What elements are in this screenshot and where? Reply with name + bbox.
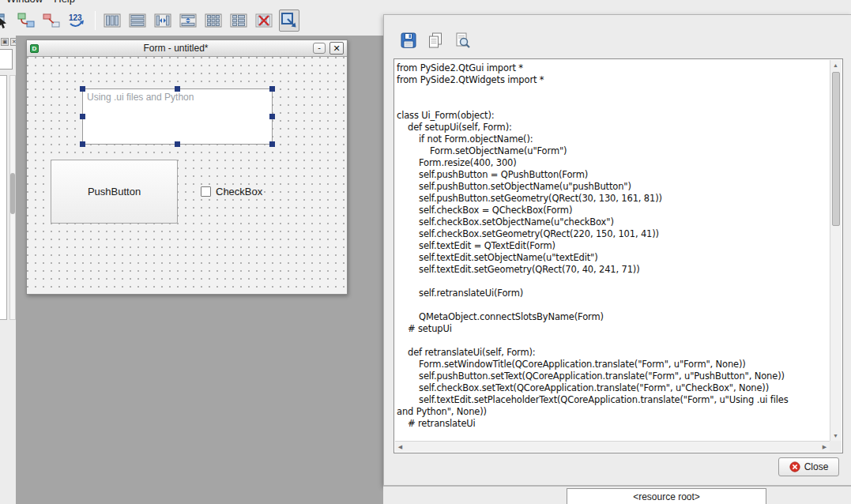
checkbox-label: CheckBox (216, 186, 262, 197)
checkbox-widget[interactable]: CheckBox (201, 175, 281, 208)
copy-icon (427, 32, 444, 49)
edit-buddies-icon (43, 12, 60, 29)
mdi-area: D Form - untitled* - ✕ Using .ui files a… (16, 36, 383, 504)
code-text: from PySide2.QtGui import * from PySide2… (397, 62, 829, 440)
dock-float-icon[interactable]: ▣ (1, 38, 9, 46)
widget-filter-input[interactable] (0, 49, 13, 70)
form-canvas[interactable]: Using .ui files and Python PushButton Ch… (27, 57, 347, 294)
vertical-scrollbar[interactable]: ▲ ▼ (830, 60, 842, 441)
resource-browser-fragment: <resource root> (383, 486, 851, 504)
save-icon (400, 32, 417, 49)
lay-out-horizontally-button[interactable] (102, 9, 122, 32)
edit-signals-slots-icon (17, 12, 35, 29)
scroll-left-icon[interactable]: ◀ (395, 442, 405, 452)
form-window-title: Form - untitled* (39, 43, 313, 54)
dialog-close-button[interactable]: Close (778, 457, 839, 476)
scrollbar-corner (830, 441, 842, 452)
form-window-titlebar[interactable]: D Form - untitled* - ✕ (27, 40, 347, 57)
widget-list[interactable] (0, 75, 7, 320)
lay-out-horizontally-in-splitter-button[interactable] (153, 9, 173, 32)
scroll-down-icon[interactable]: ▼ (830, 431, 841, 441)
find-icon (454, 32, 471, 49)
selection-handle-middle-right[interactable] (269, 114, 275, 119)
resource-tree: <resource root> (567, 488, 766, 504)
lay-out-in-grid-button[interactable] (203, 9, 224, 32)
edit-tab-order-icon: 123 (68, 12, 85, 29)
form-designer-window: D Form - untitled* - ✕ Using .ui files a… (26, 39, 348, 295)
edit-widgets-button[interactable] (0, 9, 11, 32)
form-window-icon: D (30, 44, 39, 53)
svg-text:123: 123 (69, 13, 82, 22)
selection-handle-bottom-left[interactable] (80, 141, 85, 147)
break-layout-button[interactable] (254, 9, 274, 32)
resource-root-item[interactable]: <resource root> (633, 491, 700, 502)
lay-out-in-form-layout-button[interactable] (228, 9, 249, 32)
lay-out-vertically-in-splitter-icon (179, 12, 197, 29)
selection-handle-bottom-right[interactable] (269, 141, 275, 147)
textedit-widget[interactable]: Using .ui files and Python (82, 88, 273, 145)
selection-handle-middle-left[interactable] (80, 114, 85, 119)
widget-list-scrollbar[interactable] (9, 75, 16, 320)
adjust-size-icon (281, 12, 298, 29)
scrollbar-thumb[interactable] (832, 72, 840, 226)
toolbar-separator (95, 11, 96, 30)
pushbutton-widget[interactable]: PushButton (51, 160, 178, 224)
selection-handle-top-middle[interactable] (175, 86, 180, 92)
lay-out-horizontally-icon (104, 12, 121, 29)
lay-out-in-grid-icon (205, 12, 222, 29)
selection-handle-bottom-middle[interactable] (175, 141, 180, 147)
find-button[interactable] (452, 30, 473, 51)
qt-designer-window: Window Help (0, 0, 851, 504)
edit-tab-order-button[interactable]: 123 (66, 9, 87, 32)
scroll-right-icon[interactable]: ▶ (819, 442, 830, 452)
selection-handle-top-right[interactable] (269, 86, 275, 92)
close-circle-icon (789, 461, 800, 472)
break-layout-icon (255, 12, 273, 29)
edit-signals-slots-button[interactable] (16, 9, 36, 32)
close-button[interactable]: ✕ (329, 42, 344, 55)
lay-out-vertically-icon (129, 12, 146, 29)
code-preview-dialog: from PySide2.QtGui import * from PySide2… (383, 14, 851, 486)
menu-window[interactable]: Window (6, 0, 43, 5)
lay-out-horizontally-in-splitter-icon (154, 12, 171, 29)
widget-box-panel-fragment: ▣ ✕ (0, 36, 16, 504)
adjust-size-button[interactable] (279, 9, 299, 32)
code-dialog-toolbar (398, 30, 473, 51)
checkbox-indicator[interactable] (201, 186, 211, 197)
textedit-placeholder: Using .ui files and Python (87, 92, 194, 103)
close-button-label: Close (804, 461, 829, 472)
copy-button[interactable] (425, 30, 446, 51)
edit-widgets-icon (0, 12, 9, 29)
horizontal-scrollbar[interactable]: ◀ ▶ (395, 441, 830, 452)
lay-out-vertically-button[interactable] (127, 9, 148, 32)
edit-buddies-button[interactable] (41, 9, 62, 32)
save-button[interactable] (398, 30, 419, 51)
scrollbar-thumb[interactable] (10, 173, 15, 214)
selection-handle-top-left[interactable] (80, 86, 85, 92)
scroll-up-icon[interactable]: ▲ (830, 60, 841, 70)
menubar: Window Help (0, 0, 851, 6)
code-view[interactable]: from PySide2.QtGui import * from PySide2… (393, 58, 843, 453)
minimize-button[interactable]: - (313, 43, 326, 54)
lay-out-vertically-in-splitter-button[interactable] (178, 9, 198, 32)
menu-help[interactable]: Help (54, 0, 75, 5)
lay-out-in-form-layout-icon (230, 12, 247, 29)
